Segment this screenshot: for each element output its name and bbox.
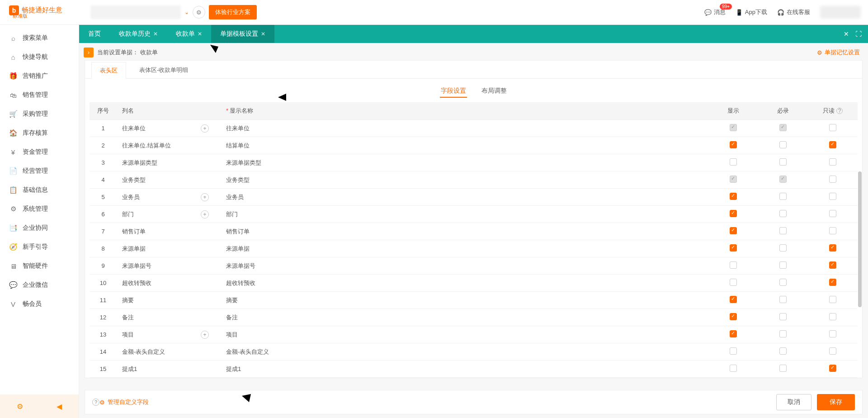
- checkbox[interactable]: [829, 330, 836, 337]
- sidebar-item[interactable]: 🛒采购管理: [0, 104, 79, 124]
- checkbox[interactable]: [779, 279, 787, 286]
- checkbox[interactable]: [779, 347, 787, 355]
- checkbox[interactable]: [730, 244, 737, 252]
- add-icon[interactable]: +: [201, 124, 209, 133]
- help-icon[interactable]: ?: [92, 399, 99, 406]
- cell-display[interactable]: 摘要: [221, 292, 708, 309]
- sidebar-item[interactable]: 🎁营销推广: [0, 66, 79, 86]
- gear-icon[interactable]: ⚙: [193, 6, 205, 19]
- area-tab[interactable]: 表头区: [91, 62, 126, 79]
- sidebar-item[interactable]: 📄经营管理: [0, 162, 79, 180]
- close-icon[interactable]: ✕: [198, 31, 202, 37]
- close-icon[interactable]: ✕: [261, 31, 265, 37]
- support-link[interactable]: 🎧 在线客服: [777, 8, 810, 16]
- checkbox[interactable]: [829, 176, 836, 183]
- checkbox[interactable]: [779, 193, 787, 200]
- checkbox[interactable]: [730, 193, 737, 200]
- checkbox[interactable]: [829, 244, 836, 252]
- cell-display[interactable]: 往来单位: [221, 120, 708, 137]
- checkbox[interactable]: [829, 158, 836, 166]
- checkbox[interactable]: [730, 261, 737, 269]
- cell-display[interactable]: 来源单据号: [221, 257, 708, 275]
- checkbox[interactable]: [779, 244, 787, 252]
- sidebar-item[interactable]: ⌂快捷导航: [0, 48, 79, 66]
- cell-display[interactable]: 来源单据: [221, 240, 708, 257]
- sidebar-item[interactable]: 📋基础信息: [0, 180, 79, 200]
- checkbox[interactable]: [730, 227, 737, 234]
- checkbox[interactable]: [779, 330, 787, 337]
- cell-display[interactable]: 项目: [221, 326, 708, 343]
- sidebar-item[interactable]: 🧭新手引导: [0, 238, 79, 256]
- close-icon[interactable]: ✕: [153, 31, 158, 37]
- cell-display[interactable]: 超收转预收: [221, 275, 708, 292]
- checkbox[interactable]: [779, 227, 787, 234]
- checkbox[interactable]: [730, 313, 737, 320]
- cell-display[interactable]: 来源单据类型: [221, 154, 708, 171]
- checkbox[interactable]: [829, 365, 836, 372]
- cell-display[interactable]: 结算单位: [221, 137, 708, 154]
- checkbox[interactable]: [779, 261, 787, 269]
- checkbox[interactable]: [779, 158, 787, 166]
- settings-icon[interactable]: ⚙: [17, 402, 23, 411]
- user-avatar[interactable]: [820, 6, 861, 19]
- app-download-link[interactable]: 📱 App下载: [736, 8, 767, 16]
- sidebar-item[interactable]: 🛍销售管理: [0, 86, 79, 104]
- checkbox[interactable]: [829, 313, 836, 320]
- checkbox[interactable]: [779, 296, 787, 303]
- sidebar-item[interactable]: ⌕搜索菜单: [0, 28, 79, 48]
- checkbox[interactable]: [779, 141, 787, 148]
- checkbox[interactable]: [829, 227, 836, 234]
- sub-tab[interactable]: 布局调整: [481, 85, 508, 98]
- expand-panel-icon[interactable]: ›: [84, 48, 94, 57]
- cell-display[interactable]: 业务类型: [221, 171, 708, 189]
- messages-link[interactable]: 💬 消息 99+: [704, 8, 726, 16]
- checkbox[interactable]: [779, 365, 787, 372]
- sidebar-item[interactable]: 🖥智能硬件: [0, 256, 79, 276]
- checkbox[interactable]: [730, 210, 737, 217]
- manage-custom-fields-link[interactable]: ⚙ 管理自定义字段: [99, 398, 149, 406]
- checkbox[interactable]: [779, 210, 787, 217]
- checkbox[interactable]: [779, 313, 787, 320]
- area-tab[interactable]: 表体区-收款单明细: [131, 62, 197, 78]
- cell-display[interactable]: 业务员: [221, 189, 708, 206]
- sidebar-item[interactable]: 🏠库存核算: [0, 124, 79, 142]
- checkbox[interactable]: [829, 124, 836, 131]
- checkbox[interactable]: [730, 279, 737, 286]
- save-button[interactable]: 保存: [817, 394, 855, 410]
- checkbox[interactable]: [730, 365, 737, 372]
- cell-display[interactable]: 提成1: [221, 361, 708, 378]
- add-icon[interactable]: +: [201, 210, 209, 218]
- checkbox[interactable]: [829, 210, 836, 217]
- checkbox[interactable]: [730, 141, 737, 148]
- scrollbar[interactable]: [858, 171, 862, 418]
- cell-display[interactable]: 部门: [221, 206, 708, 223]
- sidebar-item[interactable]: ¥资金管理: [0, 142, 79, 162]
- checkbox[interactable]: [829, 193, 836, 200]
- close-all-icon[interactable]: ✕: [844, 30, 849, 38]
- sub-tab[interactable]: 字段设置: [440, 85, 467, 98]
- fullscreen-icon[interactable]: ⛶: [855, 30, 862, 38]
- checkbox[interactable]: [730, 158, 737, 166]
- sidebar-item[interactable]: ⚙系统管理: [0, 200, 79, 218]
- checkbox[interactable]: [730, 330, 737, 337]
- sidebar-item[interactable]: V畅会员: [0, 294, 79, 314]
- try-industry-button[interactable]: 体验行业方案: [209, 5, 257, 19]
- help-icon[interactable]: ?: [836, 108, 843, 114]
- tab[interactable]: 收款单✕: [167, 25, 211, 43]
- sidebar-item[interactable]: 📑企业协同: [0, 218, 79, 238]
- checkbox[interactable]: [730, 347, 737, 355]
- checkbox[interactable]: [829, 261, 836, 269]
- tab[interactable]: 收款单历史✕: [110, 25, 167, 43]
- sidebar-item[interactable]: 💬企业微信: [0, 276, 79, 294]
- memory-settings-link[interactable]: ⚙ 单据记忆设置: [817, 48, 860, 57]
- checkbox[interactable]: [829, 279, 836, 286]
- checkbox[interactable]: [730, 296, 737, 303]
- add-icon[interactable]: +: [201, 331, 209, 339]
- checkbox[interactable]: [829, 347, 836, 355]
- add-icon[interactable]: +: [201, 193, 209, 201]
- cell-display[interactable]: 备注: [221, 309, 708, 326]
- checkbox[interactable]: [829, 141, 836, 148]
- collapse-icon[interactable]: ◀: [57, 402, 62, 411]
- org-selector[interactable]: ⌄ ⚙ 体验行业方案: [90, 5, 257, 19]
- tab[interactable]: 首页: [79, 25, 110, 43]
